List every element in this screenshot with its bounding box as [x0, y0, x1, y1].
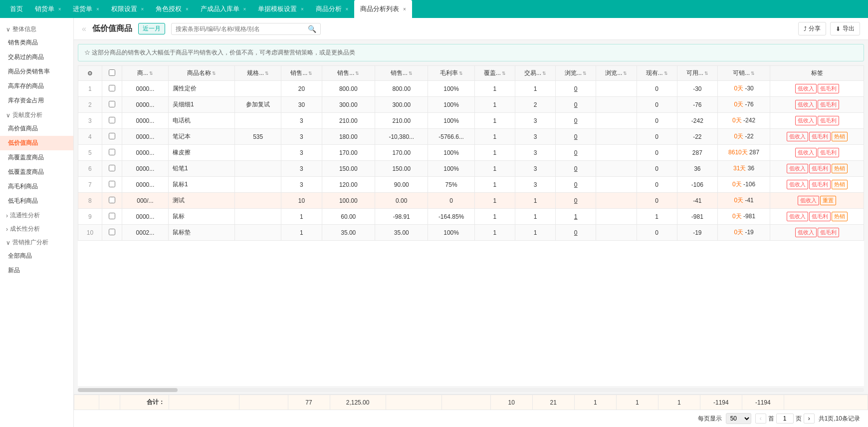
th-trade-count[interactable]: 交易...⇅	[515, 66, 555, 81]
nav-role-auth[interactable]: 角色授权 ×	[150, 0, 194, 18]
th-avail-stock[interactable]: 可用...⇅	[677, 66, 717, 81]
close-icon[interactable]: ×	[186, 6, 189, 12]
sidebar-item-high-value[interactable]: 高价值商品	[0, 121, 73, 136]
cell-view-count[interactable]: 0	[556, 161, 596, 177]
row-checkbox[interactable]	[109, 197, 115, 203]
cell-checkbox[interactable]	[102, 97, 122, 113]
cell-checkbox[interactable]	[102, 161, 122, 177]
cell-view-count[interactable]: 0	[556, 81, 596, 97]
cell-checkbox[interactable]	[102, 81, 122, 97]
nav-purchase-order[interactable]: 进货单 ×	[67, 0, 105, 18]
cell-view-count[interactable]: 0	[556, 145, 596, 161]
th-coverage[interactable]: 覆盖...⇅	[474, 66, 515, 81]
collapse-button[interactable]: «	[82, 24, 86, 33]
view-count-link[interactable]: 0	[574, 165, 578, 172]
view-count-link[interactable]: 0	[574, 197, 578, 204]
row-checkbox[interactable]	[109, 117, 115, 123]
settings-icon[interactable]: ⚙	[87, 70, 93, 77]
cell-view-count[interactable]: 0	[556, 193, 596, 209]
close-icon[interactable]: ×	[403, 6, 406, 12]
cell-checkbox[interactable]	[102, 225, 122, 241]
view-count-link[interactable]: 0	[574, 229, 578, 236]
th-current-stock[interactable]: 现有...⇅	[637, 66, 677, 81]
th-saleable-stock[interactable]: 可销...⇅	[717, 66, 770, 81]
cell-checkbox[interactable]	[102, 193, 122, 209]
row-checkbox[interactable]	[109, 133, 115, 139]
th-sale-amt[interactable]: 销售...⇅	[322, 66, 375, 81]
sidebar-item-low-coverage[interactable]: 低覆盖度商品	[0, 165, 73, 179]
close-icon[interactable]: ×	[96, 6, 99, 12]
scroll-thumb[interactable]	[78, 388, 178, 392]
sidebar-section-overall[interactable]: ∨ 整体信息	[0, 22, 73, 35]
next-page-button[interactable]: ›	[804, 414, 815, 424]
horizontal-scrollbar[interactable]	[78, 388, 864, 392]
sidebar-item-high-stock[interactable]: 高库存的商品	[0, 79, 73, 93]
close-icon[interactable]: ×	[243, 6, 246, 12]
sidebar-item-high-coverage[interactable]: 高覆盖度商品	[0, 150, 73, 165]
row-checkbox[interactable]	[109, 213, 115, 219]
close-icon[interactable]: ×	[345, 6, 348, 12]
nav-permission[interactable]: 权限设置 ×	[105, 0, 150, 18]
view-count-link[interactable]: 0	[574, 85, 578, 92]
export-button[interactable]: ⬇ 导出	[830, 22, 860, 35]
close-icon[interactable]: ×	[141, 6, 144, 12]
cell-view-count[interactable]: 0	[556, 177, 596, 193]
nav-product-analysis[interactable]: 商品分析 ×	[310, 0, 354, 18]
sidebar-item-category-sales-rate[interactable]: 商品分类销售率	[0, 64, 73, 79]
cell-view-count[interactable]: 1	[556, 209, 596, 225]
sidebar-item-all-products[interactable]: 全部商品	[0, 249, 73, 263]
cell-view-count[interactable]: 0	[556, 97, 596, 113]
th-code[interactable]: 商...⇅	[122, 66, 168, 81]
row-checkbox[interactable]	[109, 229, 115, 235]
close-icon[interactable]: ×	[58, 6, 61, 12]
th-checkbox[interactable]	[102, 66, 122, 81]
cell-checkbox[interactable]	[102, 209, 122, 225]
sidebar-item-traded-products[interactable]: 交易过的商品	[0, 50, 73, 64]
view-count-link[interactable]: 1	[574, 213, 578, 220]
th-name[interactable]: 商品名称⇅	[169, 66, 235, 81]
close-icon[interactable]: ×	[301, 6, 304, 12]
cell-view-count[interactable]: 0	[556, 225, 596, 241]
th-view-rate[interactable]: 浏览...⇅	[596, 66, 637, 81]
nav-product-warehouse[interactable]: 产成品入库单 ×	[195, 0, 252, 18]
row-checkbox[interactable]	[109, 181, 115, 187]
nav-home[interactable]: 首页	[4, 0, 29, 18]
first-page-button[interactable]: ‹	[755, 414, 766, 424]
sidebar-item-low-value[interactable]: 低价值商品	[0, 136, 73, 150]
sidebar-item-sales-products[interactable]: 销售类商品	[0, 35, 73, 50]
cell-checkbox[interactable]	[102, 129, 122, 145]
search-icon[interactable]: 🔍	[308, 25, 316, 33]
select-all-checkbox[interactable]	[109, 69, 115, 76]
sidebar-section-growth[interactable]: › 成长性分析	[0, 222, 73, 235]
sidebar-section-liquidity[interactable]: › 流通性分析	[0, 208, 73, 222]
nav-product-analysis-list[interactable]: 商品分析列表 ×	[354, 0, 412, 18]
th-settings[interactable]: ⚙	[78, 66, 102, 81]
row-checkbox[interactable]	[109, 101, 115, 107]
sidebar-item-stock-capital[interactable]: 库存资金占用	[0, 93, 73, 108]
row-checkbox[interactable]	[109, 149, 115, 155]
view-count-link[interactable]: 0	[574, 181, 578, 188]
search-input[interactable]	[176, 25, 308, 32]
filter-recent-month-button[interactable]: 近一月	[138, 23, 165, 34]
th-view-count[interactable]: 浏览...⇅	[556, 66, 596, 81]
sidebar-item-low-margin[interactable]: 低毛利商品	[0, 194, 73, 208]
row-checkbox[interactable]	[109, 85, 115, 91]
cell-checkbox[interactable]	[102, 177, 122, 193]
th-sale-amt-pct[interactable]: 销售...⇅	[375, 66, 428, 81]
per-page-select[interactable]: 50 100 200	[726, 413, 751, 424]
th-spec[interactable]: 规格...⇅	[235, 66, 281, 81]
view-count-link[interactable]: 0	[574, 133, 578, 140]
cell-view-count[interactable]: 0	[556, 129, 596, 145]
cell-checkbox[interactable]	[102, 113, 122, 129]
sidebar-section-contribution[interactable]: ∨ 贡献度分析	[0, 108, 73, 121]
row-checkbox[interactable]	[109, 165, 115, 171]
th-gross-rate[interactable]: 毛利率⇅	[428, 66, 474, 81]
nav-sales-order[interactable]: 销货单 ×	[29, 0, 67, 18]
cell-checkbox[interactable]	[102, 145, 122, 161]
sidebar-section-marketing[interactable]: ∨ 营销推广分析	[0, 235, 73, 249]
page-number-input[interactable]	[776, 414, 794, 424]
cell-view-count[interactable]: 0	[556, 113, 596, 129]
sidebar-item-high-margin[interactable]: 高毛利商品	[0, 179, 73, 194]
view-count-link[interactable]: 0	[574, 149, 578, 156]
view-count-link[interactable]: 0	[574, 117, 578, 124]
